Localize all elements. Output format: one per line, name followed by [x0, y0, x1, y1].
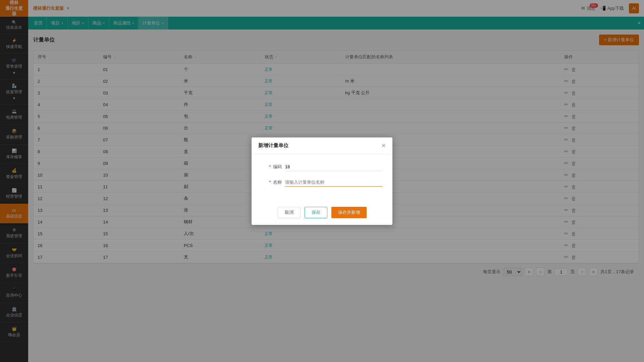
name-input[interactable] [285, 178, 382, 187]
code-label: * 编码 [262, 164, 282, 170]
name-row: * 名称 [262, 178, 382, 187]
dialog-title: 新增计量单位 [258, 142, 288, 149]
code-input[interactable] [285, 163, 382, 171]
save-button[interactable]: 保存 [305, 207, 327, 218]
dialog-body: * 编码 * 名称 [252, 154, 392, 202]
modal-overlay[interactable]: 新增计量单位 ✕ * 编码 * 名称 取消 保存 保存并新增 [0, 0, 644, 362]
dialog-footer: 取消 保存 保存并新增 [252, 202, 392, 225]
required-mark: * [269, 164, 271, 169]
cancel-button[interactable]: 取消 [278, 207, 301, 218]
name-label: * 名称 [262, 179, 282, 185]
code-row: * 编码 [262, 163, 382, 171]
required-mark2: * [269, 180, 271, 185]
save-and-new-button[interactable]: 保存并新增 [331, 207, 367, 218]
dialog-close-button[interactable]: ✕ [381, 142, 386, 149]
code-label-text: 编码 [273, 164, 282, 169]
dialog-header: 新增计量单位 ✕ [252, 137, 392, 154]
name-label-text: 名称 [273, 180, 282, 185]
dialog: 新增计量单位 ✕ * 编码 * 名称 取消 保存 保存并新增 [252, 137, 392, 225]
